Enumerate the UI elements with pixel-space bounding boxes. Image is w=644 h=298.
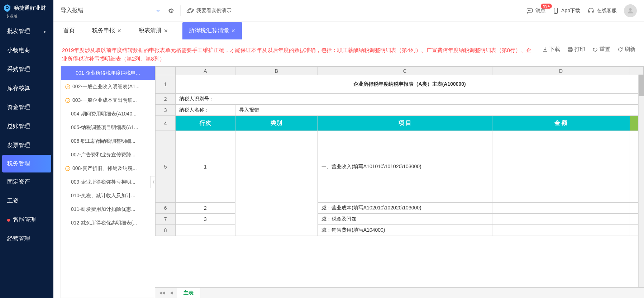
svg-point-10 (629, 8, 631, 10)
header-seq[interactable]: 行次 (176, 116, 235, 131)
tab-2[interactable]: 税表清册✕ (136, 22, 171, 39)
form-item-label: 010-免税、减计收入及加计... (71, 193, 135, 199)
reset-button[interactable]: 重置 (592, 46, 610, 53)
cell-seq[interactable]: 2 (176, 203, 235, 214)
sidebar-item-label: 固定资产 (7, 178, 30, 186)
row-header[interactable]: 3 (156, 105, 176, 116)
print-button[interactable]: 打印 (567, 46, 585, 53)
form-item-2[interactable]: ?003-一般企业成本支出明细... (61, 94, 155, 107)
row-header[interactable]: 8 (156, 225, 176, 236)
row-header[interactable]: 5 (156, 131, 176, 203)
taxpayer-id-label[interactable]: 纳税人识别号： (176, 94, 644, 105)
gear-icon[interactable] (167, 7, 175, 15)
sidebar-item-1[interactable]: 小畅电商 (0, 41, 53, 60)
cell-item[interactable]: 一、营业收入(填写A101010\101020\103000) (318, 131, 492, 203)
messages-button[interactable]: 消息 99+ (526, 7, 545, 14)
customer-service-button[interactable]: 在线客服 (587, 7, 617, 14)
sidebar-item-label: 总账管理 (7, 123, 30, 130)
sidebar-item-label: 税务管理 (7, 160, 30, 167)
form-item-4[interactable]: 005-纳税调整项目明细表(A1... (61, 121, 155, 134)
col-header-d[interactable]: D (492, 67, 630, 75)
notice-text: 2019年度涉及取以前年度结转数据的申报表单元格需要手工维护正确，才能保证本年及… (62, 46, 536, 63)
row-header[interactable]: 7 (156, 214, 176, 225)
header-cat[interactable]: 类别 (235, 116, 318, 131)
sidebar: 畅捷通好业财 专业版 批发管理▸小畅电商采购管理库存核算资金管理总账管理发票管理… (0, 0, 53, 298)
row-header[interactable]: 4 (156, 116, 176, 131)
download-label: App下载 (561, 8, 580, 14)
sidebar-item-5[interactable]: 总账管理 (0, 117, 53, 136)
form-item-5[interactable]: 006-职工薪酬纳税调整明细... (61, 134, 155, 148)
sidebar-item-3[interactable]: 库存核算 (0, 79, 53, 98)
sidebar-item-7[interactable]: 税务管理 (2, 155, 51, 172)
form-item-11[interactable]: 012-减免所得税优惠明细表(... (61, 216, 155, 230)
svg-text:?: ? (67, 85, 69, 89)
col-header-b[interactable]: B (235, 67, 318, 75)
row-header[interactable]: 1 (156, 75, 176, 94)
sidebar-item-10[interactable]: 智能管理 (0, 211, 53, 230)
demo-link[interactable]: 我要看实例演示 (186, 7, 232, 15)
sidebar-item-6[interactable]: 发票管理 (0, 136, 53, 155)
header-item[interactable]: 项 目 (318, 116, 492, 131)
form-item-10[interactable]: 011-研发费用加计扣除优惠... (61, 203, 155, 216)
close-icon[interactable]: ✕ (231, 28, 235, 34)
tab-3[interactable]: 所得税汇算清缴✕ (182, 22, 242, 39)
cell-amount[interactable] (492, 225, 630, 236)
sidebar-item-9[interactable]: 工资 (0, 191, 53, 211)
org-selector[interactable]: 导入报错 (61, 7, 161, 14)
service-label: 在线客服 (597, 8, 617, 14)
form-item-7[interactable]: ?008-资产折旧、摊销及纳税... (61, 162, 155, 175)
col-header-c[interactable]: C (318, 67, 492, 75)
chevron-right-icon: ▸ (44, 29, 46, 34)
tab-0[interactable]: 首页 (61, 22, 78, 39)
form-item-9[interactable]: 010-免税、减计收入及加计... (61, 189, 155, 203)
collapse-handle[interactable]: 《 (150, 176, 155, 188)
svg-text:?: ? (67, 99, 69, 103)
sheet-nav-first[interactable]: ◀◀ (158, 290, 166, 295)
cell-seq[interactable]: 1 (176, 131, 235, 203)
sidebar-item-8[interactable]: 固定资产 (0, 172, 53, 191)
sidebar-item-11[interactable]: 经营管理 (0, 230, 53, 249)
sidebar-item-2[interactable]: 采购管理 (0, 60, 53, 79)
form-item-6[interactable]: 007-广告费和业务宣传费跨... (61, 148, 155, 162)
sidebar-item-0[interactable]: 批发管理▸ (0, 22, 53, 41)
refresh-button[interactable]: 刷新 (617, 46, 635, 53)
cell-category[interactable] (235, 131, 318, 236)
row-header[interactable]: 2 (156, 94, 176, 105)
form-item-3[interactable]: 004-期间费用明细表(A1040... (61, 107, 155, 121)
sheet-tab-main[interactable]: 主表 (177, 288, 200, 298)
red-dot-icon (7, 219, 10, 222)
form-item-8[interactable]: 009-企业所得税弥补亏损明... (61, 175, 155, 189)
user-avatar[interactable] (624, 4, 637, 17)
sheet-nav-prev[interactable]: ◀ (167, 290, 175, 295)
sheet-title[interactable]: 企业所得税年度纳税申报表（A类）主表(A100000) (176, 75, 644, 94)
cell-amount[interactable] (492, 214, 630, 225)
sheet-tabs: ◀◀ ◀ 主表 (155, 287, 644, 298)
cell-amount[interactable] (492, 131, 630, 203)
tab-1[interactable]: 税务申报✕ (89, 22, 124, 39)
form-item-1[interactable]: ?002-一般企业收入明细表(A1... (61, 80, 155, 94)
cell-seq[interactable] (176, 225, 235, 236)
close-icon[interactable]: ✕ (164, 28, 168, 34)
cell-item[interactable]: 减：税金及附加 (318, 214, 492, 225)
sidebar-item-4[interactable]: 资金管理 (0, 98, 53, 117)
taxpayer-name-value[interactable]: 导入报错 (235, 105, 643, 116)
close-icon[interactable]: ✕ (117, 28, 121, 34)
spreadsheet[interactable]: A B C D 1 企业所得税年度纳税申报表（A类）主表(A100000) (155, 66, 644, 287)
vertical-scrollbar[interactable] (638, 75, 644, 287)
app-download-button[interactable]: App下载 (553, 7, 580, 14)
download-button[interactable]: 下载 (542, 46, 560, 53)
col-header-extra[interactable] (630, 67, 643, 75)
cell-amount[interactable] (492, 203, 630, 214)
tab-label: 首页 (63, 27, 75, 34)
col-header-a[interactable]: A (176, 67, 235, 75)
header-amount[interactable]: 金 额 (492, 116, 630, 131)
row-header[interactable]: 6 (156, 203, 176, 214)
form-item-0[interactable]: 001-企业所得税年度纳税申... (61, 66, 155, 80)
cell-item[interactable]: 减：营业成本(填写A102010\102020\103000) (318, 203, 492, 214)
cell-seq[interactable]: 3 (176, 214, 235, 225)
taxpayer-name-label[interactable]: 纳税人名称： (176, 105, 235, 116)
cell-item[interactable]: 减：销售费用(填写A104000) (318, 225, 492, 236)
sidebar-item-label: 工资 (7, 197, 19, 205)
sidebar-item-label: 资金管理 (7, 104, 30, 111)
download-icon (542, 47, 548, 52)
